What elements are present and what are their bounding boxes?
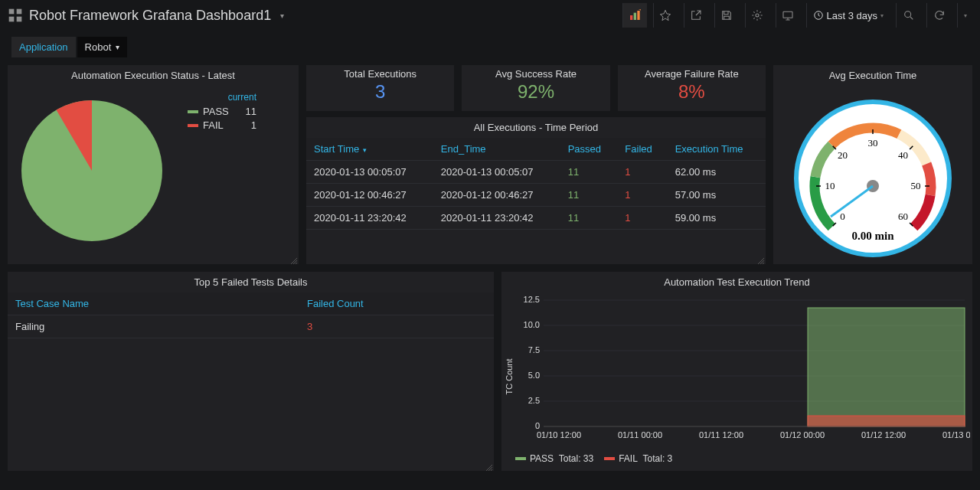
legend-header: current [188,92,256,103]
legend-pass[interactable]: PASS Total: 33 [515,453,593,464]
panel-failed-tests[interactable]: Top 5 Failed Tests Details Test Case Nam… [8,272,494,471]
svg-text:10: 10 [825,180,835,191]
refresh-button[interactable] [926,3,951,28]
trend-chart: 02.55.07.510.012.5 TC Count 01/10 12:000… [501,292,970,449]
fail-color-icon [188,124,198,127]
table-row[interactable]: 2020-01-11 23:20:422020-01-11 23:20:4211… [306,207,766,230]
panel-title: Automation Test Execution Trend [501,272,972,292]
svg-rect-9 [783,11,792,18]
stat-value: 92% [462,81,609,103]
chevron-down-icon: ▾ [116,43,119,51]
panel-total-executions[interactable]: Total Executions 3 [306,65,454,111]
time-range-label: Last 3 days [827,10,878,21]
executions-table: Start Time ▾ End_Time Passed Failed Exec… [306,138,766,230]
svg-rect-44 [808,308,965,426]
stat-value: 3 [306,81,454,103]
svg-rect-0 [9,9,15,15]
settings-button[interactable] [745,3,769,28]
legend-pass[interactable]: PASS 11 [188,106,256,117]
stat-value: 8% [618,81,766,103]
topbar: Robot Framework Grafana Dashboard1 ▾ + L… [0,0,980,31]
variable-dropdown[interactable]: Robot ▾ [77,37,128,57]
svg-text:+: + [639,9,641,12]
panel-title: Top 5 Failed Tests Details [8,272,494,292]
svg-text:30: 30 [868,137,878,149]
svg-point-11 [904,11,910,18]
col-passed[interactable]: Passed [560,138,618,161]
table-row[interactable]: 2020-01-12 00:46:272020-01-12 00:46:2711… [306,184,766,207]
panel-title: Avg Success Rate [462,65,609,81]
save-button[interactable] [714,3,739,28]
svg-text:0: 0 [840,211,845,222]
panel-failure-rate[interactable]: Average Failure Rate 8% [618,65,766,111]
panel-title: Total Executions [306,65,454,81]
share-button[interactable] [684,3,708,28]
resize-handle-icon[interactable] [758,258,764,264]
tv-mode-button[interactable] [776,3,800,28]
panel-success-rate[interactable]: Avg Success Rate 92% [462,65,609,111]
svg-text:01/11 00:00: 01/11 00:00 [618,430,662,439]
svg-text:40: 40 [898,149,908,161]
svg-rect-2 [9,17,15,22]
svg-text:2.5: 2.5 [528,396,540,405]
add-panel-button[interactable]: + [622,3,647,28]
col-test-name[interactable]: Test Case Name [8,292,299,315]
panel-trend[interactable]: Automation Test Execution Trend 02.55.07… [501,272,972,471]
panel-pie[interactable]: Automation Execution Status - Latest cur… [8,65,299,264]
panel-executions-table[interactable]: All Executions - Time Period Start Time … [306,117,766,264]
svg-rect-4 [630,15,632,20]
svg-rect-1 [17,9,22,15]
col-exec-time[interactable]: Execution Time [668,138,766,161]
svg-text:12.5: 12.5 [524,295,540,304]
sort-desc-icon: ▾ [361,146,367,154]
fail-color-icon [604,457,615,460]
panel-title: Average Failure Rate [618,65,766,81]
svg-text:0.00 min: 0.00 min [851,230,894,242]
svg-point-8 [756,14,759,17]
col-start-time[interactable]: Start Time ▾ [306,138,433,161]
panel-title: Avg Execution Time [773,65,972,86]
svg-text:01/12 00:00: 01/12 00:00 [780,430,825,439]
legend-fail[interactable]: FAIL Total: 3 [604,453,672,464]
col-end-time[interactable]: End_Time [433,138,560,161]
pass-color-icon [188,110,198,113]
page-title[interactable]: Robot Framework Grafana Dashboard1 [29,8,271,24]
failed-table: Test Case Name Failed Count Failing3 [8,292,494,338]
star-button[interactable] [653,3,678,28]
svg-text:01/10 12:00: 01/10 12:00 [537,430,581,439]
resize-handle-icon[interactable] [291,258,297,264]
dashboard-grid-icon [8,8,23,23]
svg-rect-5 [634,13,636,20]
time-range-picker[interactable]: Last 3 days ▾ [806,3,890,28]
variable-label: Application [11,37,76,57]
panel-title: All Executions - Time Period [306,117,766,138]
resize-handle-icon[interactable] [486,465,492,471]
svg-rect-45 [808,416,965,426]
svg-text:50: 50 [911,180,921,191]
svg-text:10.0: 10.0 [524,320,540,329]
svg-text:TC Count: TC Count [505,358,514,394]
svg-text:0: 0 [535,421,540,430]
pie-legend: current PASS 11 FAIL 1 [188,92,256,133]
gauge-chart: 0102030405060 0.00 min [789,90,957,259]
svg-text:60: 60 [898,211,908,222]
svg-text:01/11 12:00: 01/11 12:00 [699,430,743,439]
svg-text:5.0: 5.0 [528,371,540,380]
col-failed[interactable]: Failed [617,138,667,161]
pie-chart [15,90,168,243]
title-dropdown-icon[interactable]: ▾ [280,11,284,20]
zoom-out-button[interactable] [896,3,920,28]
table-row[interactable]: 2020-01-13 00:05:072020-01-13 00:05:0711… [306,161,766,184]
panel-title: Automation Execution Status - Latest [8,65,299,86]
svg-text:01/12 12:00: 01/12 12:00 [861,430,906,439]
clock-icon [813,10,824,21]
pass-color-icon [515,457,526,460]
refresh-interval-button[interactable]: ▾ [957,3,972,28]
legend-fail[interactable]: FAIL 1 [188,119,256,131]
panel-gauge[interactable]: Avg Execution Time 0102030405060 0.00 mi… [773,65,972,264]
col-failed-count[interactable]: Failed Count [299,292,494,315]
variable-value: Robot [85,41,112,53]
trend-legend: PASS Total: 33 FAIL Total: 3 [501,452,972,464]
table-row[interactable]: Failing3 [8,315,494,338]
svg-text:20: 20 [838,149,848,161]
